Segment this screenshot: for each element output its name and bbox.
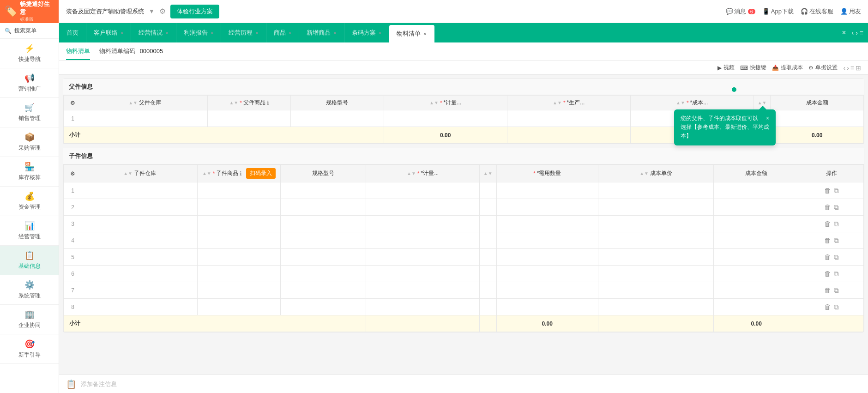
child-row-8-goods[interactable] xyxy=(198,299,281,315)
sidebar-item-search[interactable]: 🔍 搜索菜单 xyxy=(0,23,59,39)
page-prev-icon[interactable]: ‹ xyxy=(843,64,845,72)
sidebar-item-enterprise[interactable]: 🏢 企业协同 xyxy=(0,305,59,334)
child-row-2-copy-icon[interactable]: ⧉ xyxy=(834,203,839,212)
child-row-1-warehouse[interactable] xyxy=(82,182,198,199)
child-row-4-cost-price[interactable] xyxy=(598,232,713,249)
parent-row-1-goods[interactable] xyxy=(208,110,291,127)
child-row-4-delete-icon[interactable]: 🗑 xyxy=(824,236,831,245)
child-row-6-unit[interactable] xyxy=(366,266,479,282)
message-button[interactable]: 💬 消息 6 xyxy=(726,7,755,16)
sub-tab-code[interactable]: 物料清单编码 0000005 xyxy=(99,43,163,60)
tab-barcode[interactable]: 条码方案 × xyxy=(344,23,389,42)
sidebar-item-inventory[interactable]: 🏪 库存核算 xyxy=(0,157,59,187)
close-all-tabs[interactable]: × xyxy=(838,29,850,37)
child-row-5-cost-price[interactable] xyxy=(598,249,713,266)
sub-tab-list[interactable]: 物料清单 xyxy=(66,43,90,60)
tab-ops-history-close[interactable]: × xyxy=(255,30,258,36)
app-download-button[interactable]: 📱 App下载 xyxy=(762,7,794,16)
parent-row-1-warehouse[interactable] xyxy=(82,110,208,127)
child-row-1-delete-icon[interactable]: 🗑 xyxy=(824,187,831,195)
child-row-2-goods[interactable] xyxy=(198,199,281,216)
child-row-8-copy-icon[interactable]: ⧉ xyxy=(834,303,839,311)
child-row-5-warehouse[interactable] xyxy=(82,249,198,266)
child-row-2-unit[interactable] xyxy=(366,199,479,216)
child-row-7-spec[interactable] xyxy=(281,282,366,299)
child-row-7-goods[interactable] xyxy=(198,282,281,299)
child-row-5-quantity[interactable] xyxy=(496,249,598,266)
child-row-6-goods[interactable] xyxy=(198,266,281,282)
tab-ops-history[interactable]: 经营历程 × xyxy=(221,23,266,42)
child-row-1-goods[interactable] xyxy=(198,182,281,199)
sidebar-item-operations[interactable]: 📊 经营管理 xyxy=(0,216,59,246)
parent-row-1-production[interactable] xyxy=(507,110,630,127)
child-row-7-warehouse[interactable] xyxy=(82,282,198,299)
child-row-6-copy-icon[interactable]: ⧉ xyxy=(834,270,839,278)
child-row-4-spec[interactable] xyxy=(281,232,366,249)
child-row-6-cost-price[interactable] xyxy=(598,266,713,282)
child-row-7-delete-icon[interactable]: 🗑 xyxy=(824,286,831,295)
child-row-6-warehouse[interactable] xyxy=(82,266,198,282)
sidebar-item-purchase[interactable]: 📦 采购管理 xyxy=(0,127,59,157)
tooltip-close[interactable]: × xyxy=(766,114,769,123)
video-button[interactable]: ▶ 视频 xyxy=(717,64,735,72)
page-next-icon[interactable]: › xyxy=(847,64,849,72)
child-row-5-copy-icon[interactable]: ⧉ xyxy=(834,253,839,261)
sidebar-item-system[interactable]: ⚙️ 系统管理 xyxy=(0,275,59,305)
child-row-2-quantity[interactable] xyxy=(496,199,598,216)
child-row-8-warehouse[interactable] xyxy=(82,299,198,315)
child-row-6-delete-icon[interactable]: 🗑 xyxy=(824,270,831,278)
parent-row-1-unit[interactable] xyxy=(384,110,507,127)
child-settings-icon[interactable]: ⚙ xyxy=(70,170,75,177)
sidebar-item-guide[interactable]: 🎯 新手引导 xyxy=(0,334,59,364)
child-row-3-goods[interactable] xyxy=(198,216,281,232)
tab-goods-close[interactable]: × xyxy=(289,30,291,36)
single-settings-button[interactable]: ⚙ 单据设置 xyxy=(808,64,838,72)
tab-customer-close[interactable]: × xyxy=(121,30,123,36)
view-list-icon[interactable]: ≡ xyxy=(850,64,854,72)
settings-cog-icon[interactable]: ⚙ xyxy=(70,100,75,106)
extract-cost-button[interactable]: 📥 提取成本 xyxy=(772,64,803,72)
tab-profit[interactable]: 利润报告 × xyxy=(176,23,221,42)
child-row-8-cost-price[interactable] xyxy=(598,299,713,315)
child-row-3-quantity[interactable] xyxy=(496,216,598,232)
child-row-4-goods[interactable] xyxy=(198,232,281,249)
child-row-5-goods[interactable] xyxy=(198,249,281,266)
child-row-8-unit[interactable] xyxy=(366,299,479,315)
tab-ops-status-close[interactable]: × xyxy=(165,30,168,36)
tab-goods[interactable]: 商品 × xyxy=(266,23,299,42)
tab-customer[interactable]: 客户联络 × xyxy=(86,23,131,42)
sidebar-item-basics[interactable]: 📋 基础信息 xyxy=(0,246,59,275)
child-row-1-quantity[interactable] xyxy=(496,182,598,199)
child-row-7-quantity[interactable] xyxy=(496,282,598,299)
child-row-3-spec[interactable] xyxy=(281,216,366,232)
sidebar-item-quick-nav[interactable]: ⚡ 快捷导航 xyxy=(0,39,59,68)
child-row-3-copy-icon[interactable]: ⧉ xyxy=(834,220,839,228)
child-row-6-quantity[interactable] xyxy=(496,266,598,282)
child-row-5-unit[interactable] xyxy=(366,249,479,266)
experience-button[interactable]: 体验行业方案 xyxy=(170,5,219,18)
child-row-2-warehouse[interactable] xyxy=(82,199,198,216)
child-row-2-delete-icon[interactable]: 🗑 xyxy=(824,203,831,212)
child-row-1-copy-icon[interactable]: ⧉ xyxy=(834,187,839,195)
child-row-3-cost-price[interactable] xyxy=(598,216,713,232)
sidebar-item-marketing[interactable]: 📢 营销推广 xyxy=(0,68,59,98)
child-row-4-quantity[interactable] xyxy=(496,232,598,249)
child-row-4-copy-icon[interactable]: ⧉ xyxy=(834,236,839,245)
child-row-7-cost-price[interactable] xyxy=(598,282,713,299)
child-row-1-unit[interactable] xyxy=(366,182,479,199)
online-service-button[interactable]: 🎧 在线客服 xyxy=(801,7,833,16)
child-row-3-delete-icon[interactable]: 🗑 xyxy=(824,220,831,228)
tab-new-goods-close[interactable]: × xyxy=(333,30,336,36)
scan-button[interactable]: 扫码录入 xyxy=(246,168,276,179)
child-row-5-spec[interactable] xyxy=(281,249,366,266)
sidebar-item-sales[interactable]: 🛒 销售管理 xyxy=(0,98,59,127)
parent-row-1-spec[interactable] xyxy=(291,110,384,127)
tab-home[interactable]: 首页 xyxy=(59,23,86,42)
child-row-2-cost-price[interactable] xyxy=(598,199,713,216)
nav-prev-icon[interactable]: ‹ xyxy=(851,29,854,36)
child-row-1-spec[interactable] xyxy=(281,182,366,199)
tab-barcode-close[interactable]: × xyxy=(379,30,381,36)
tab-bom[interactable]: 物料清单 × xyxy=(389,25,434,42)
child-row-1-cost-price[interactable] xyxy=(598,182,713,199)
child-row-8-delete-icon[interactable]: 🗑 xyxy=(824,303,831,311)
